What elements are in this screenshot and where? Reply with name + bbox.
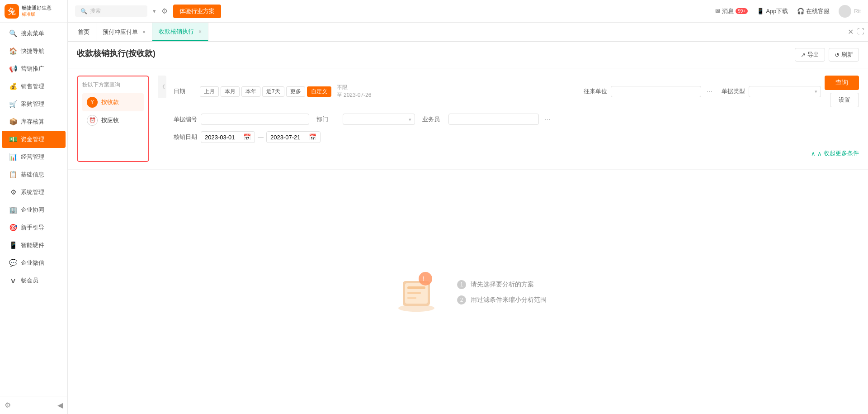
tab-prepay-close[interactable]: ×	[142, 29, 146, 35]
svg-rect-4	[407, 292, 421, 294]
tab-prepay[interactable]: 预付冲应付单 ×	[96, 23, 152, 41]
app-edition: 标准版	[22, 11, 52, 18]
dept-label: 部门	[316, 115, 339, 124]
sidebar-item-search[interactable]: 🔍 搜索菜单	[2, 25, 66, 42]
header-gear-icon[interactable]: ⚙	[161, 7, 168, 15]
verify-date-range: 2023-03-01 📅 — 2023-07-21 📅	[201, 131, 321, 143]
date-no-limit: 不限	[337, 84, 372, 91]
top-header: 🔍 搜索 ▾ ⚙ 体验行业方案 ✉ 消息 99+ 📱 App下载 🎧 在线客服	[68, 0, 868, 23]
doctype-select[interactable]	[749, 86, 821, 97]
sidebar-menu: 🔍 搜索菜单 🏠 快捷导航 📢 营销推广 💰 销售管理 🛒 采购管理 📦 库存核…	[0, 23, 67, 396]
app-download-btn[interactable]: 📱 App下载	[757, 7, 788, 15]
sidebar-item-beginner[interactable]: 🎯 新手引导	[2, 219, 66, 236]
search-icon: 🔍	[80, 8, 87, 14]
export-btn[interactable]: ↗ 导出	[795, 48, 825, 62]
date-label: 日期	[174, 87, 196, 95]
main-area: 🔍 搜索 ▾ ⚙ 体验行业方案 ✉ 消息 99+ 📱 App下载 🎧 在线客服	[68, 0, 868, 414]
sidebar-item-member[interactable]: V 畅会员	[2, 272, 66, 289]
filter-collapse-btn[interactable]: 《	[158, 76, 166, 98]
partner-more-dots[interactable]: ···	[705, 87, 714, 95]
sidebar-item-smart-hw[interactable]: 📱 智能硬件	[2, 237, 66, 254]
date-last-month[interactable]: 上月	[200, 86, 219, 97]
footer-collapse-icon[interactable]: ◀	[57, 401, 63, 409]
sidebar-item-inventory[interactable]: 📦 库存核算	[2, 113, 66, 130]
message-btn[interactable]: ✉ 消息 99+	[715, 7, 748, 15]
inventory-icon: 📦	[9, 118, 17, 126]
salesperson-input[interactable]	[448, 114, 539, 125]
cal-start-icon: 📅	[243, 133, 251, 141]
empty-illustration: !	[389, 265, 443, 319]
industry-btn[interactable]: 体验行业方案	[173, 5, 221, 18]
sidebar-item-marketing[interactable]: 📢 营销推广	[2, 60, 66, 77]
page-actions: ↗ 导出 ↺ 刷新	[795, 48, 859, 68]
sidebar-item-enterprise[interactable]: 🏢 企业协同	[2, 201, 66, 219]
tab-receipt-verify[interactable]: 收款核销执行 ×	[152, 23, 208, 41]
partner-input[interactable]	[611, 86, 701, 97]
tab-home[interactable]: 首页	[71, 23, 96, 41]
tab-receipt-close[interactable]: ×	[198, 29, 202, 35]
salesperson-more-dots[interactable]: ···	[542, 115, 552, 124]
date-more[interactable]: 更多	[286, 86, 305, 97]
enterprise-icon: 🏢	[9, 206, 17, 214]
docno-input[interactable]	[201, 114, 309, 125]
sidebar-item-base-info[interactable]: 📋 基础信息	[2, 166, 66, 183]
page-title: 收款核销执行(按收款)	[77, 48, 156, 65]
date-7days[interactable]: 近7天	[262, 86, 284, 97]
service-icon: 🎧	[797, 8, 804, 14]
refresh-icon: ↺	[835, 52, 840, 58]
verify-date-start[interactable]: 2023-03-01 📅	[201, 131, 255, 143]
user-area[interactable]: Rit	[839, 5, 861, 18]
sidebar-footer: ⚙ ◀	[0, 396, 67, 414]
verify-date-group: 核销日期 2023-03-01 📅 — 2023-07-21 📅	[174, 131, 321, 143]
date-to-display: 至 2023-07-26	[337, 91, 372, 99]
setting-btn[interactable]: 设置	[830, 93, 859, 107]
tab-maximize-icon[interactable]: ⛶	[857, 28, 864, 36]
sidebar-item-quick-nav[interactable]: 🏠 快捷导航	[2, 43, 66, 60]
query-panel: 按以下方案查询 ¥ 按收款 ⏰ 按应收	[77, 76, 149, 162]
purchase-icon: 🛒	[9, 100, 17, 108]
sidebar-item-system[interactable]: ⚙ 系统管理	[2, 184, 66, 201]
sidebar-item-purchase[interactable]: 🛒 采购管理	[2, 95, 66, 113]
sidebar-item-weixin[interactable]: 💬 企业微信	[2, 254, 66, 271]
query-btn[interactable]: 查询	[825, 76, 859, 90]
date-this-year[interactable]: 本年	[241, 86, 260, 97]
filter-row-1: 日期 上月 本月 本年 近7天 更多 自定义 不限 至 2023-07-26	[174, 76, 859, 107]
partner-group: 往来单位 ···	[584, 86, 714, 97]
sales-icon: 💰	[9, 82, 17, 90]
query-by-receipt[interactable]: ¥ 按收款	[82, 93, 144, 111]
marketing-icon: 📢	[9, 65, 17, 73]
sidebar-item-operation[interactable]: 📊 经营管理	[2, 148, 66, 166]
sidebar: 兔 畅捷通好生意 标准版 🔍 搜索菜单 🏠 快捷导航 📢 营销推广 💰 销售管理…	[0, 0, 68, 414]
tab-list: 首页 预付冲应付单 × 收款核销执行 ×	[71, 23, 208, 41]
collapse-more-btn[interactable]: ∧ ∧ 收起更多条件	[811, 149, 859, 157]
query-by-receivable[interactable]: ⏰ 按应收	[82, 111, 144, 129]
sidebar-item-sales[interactable]: 💰 销售管理	[2, 78, 66, 95]
dept-select-wrap	[343, 114, 415, 125]
date-group: 日期 上月 本月 本年 近7天 更多 自定义 不限 至 2023-07-26	[174, 84, 371, 99]
arrow-up-icon: ∧ ∧	[811, 150, 822, 157]
empty-hint-2: 2 用过滤条件来缩小分析范围	[457, 295, 547, 305]
operation-icon: 📊	[9, 153, 17, 161]
svg-rect-3	[407, 286, 425, 289]
date-shortcuts: 上月 本月 本年 近7天 更多 自定义	[200, 86, 331, 97]
search-bar[interactable]: 🔍 搜索	[75, 5, 147, 17]
dept-select[interactable]	[343, 114, 415, 125]
svg-point-6	[419, 272, 432, 286]
date-this-month[interactable]: 本月	[221, 86, 240, 97]
verify-date-label: 核销日期	[174, 133, 197, 141]
weixin-icon: 💬	[9, 259, 17, 267]
hint-num-1: 1	[457, 280, 466, 289]
receipt-icon: ¥	[87, 97, 98, 108]
header-chevron-icon[interactable]: ▾	[153, 8, 156, 14]
footer-settings-icon[interactable]: ⚙	[5, 401, 11, 409]
svg-rect-5	[407, 297, 416, 299]
partner-label: 往来单位	[584, 87, 607, 95]
refresh-btn[interactable]: ↺ 刷新	[829, 48, 859, 62]
tab-close-icon[interactable]: ✕	[848, 28, 854, 36]
sidebar-item-finance[interactable]: 💵 资金管理	[2, 131, 66, 148]
logo-area: 兔 畅捷通好生意 标准版	[0, 0, 67, 23]
online-service-btn[interactable]: 🎧 在线客服	[797, 7, 830, 15]
verify-date-end[interactable]: 2023-07-21 📅	[266, 131, 321, 143]
date-custom[interactable]: 自定义	[307, 86, 331, 97]
avatar	[839, 5, 851, 18]
